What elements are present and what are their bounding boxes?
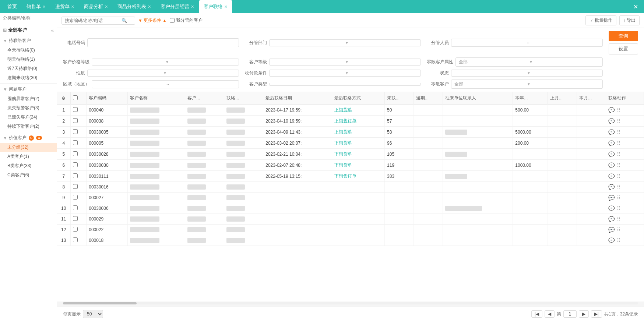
select-all-checkbox[interactable] <box>73 95 78 100</box>
sidebar-item-tomorrow-pending[interactable]: 明天待联络(1) <box>0 55 57 64</box>
my-customers-check[interactable] <box>170 18 175 23</box>
region-select[interactable]: ··· <box>92 80 239 88</box>
more-icon[interactable]: ⠿ <box>617 118 620 124</box>
more-icon[interactable]: ⠿ <box>617 162 620 168</box>
contact-type-link[interactable]: 下销货单 <box>334 140 352 145</box>
more-icon[interactable]: ⠿ <box>617 216 620 222</box>
row-last-contact-type[interactable]: 下销货单 <box>332 160 385 171</box>
manager-ellipsis-icon[interactable]: ··· <box>527 40 599 45</box>
sidebar-item-churned[interactable]: 已流失客户(24) <box>0 113 57 122</box>
message-icon[interactable]: 💬 <box>608 140 615 146</box>
more-icon[interactable]: ⠿ <box>617 107 620 113</box>
prev-page-button[interactable]: ◀ <box>545 310 555 318</box>
tab-home[interactable]: 首页 <box>3 0 21 13</box>
row-checkbox[interactable] <box>73 140 78 145</box>
more-icon[interactable]: ⠿ <box>617 227 620 233</box>
tab-sales[interactable]: 销售单 ✕ <box>22 0 50 13</box>
message-icon[interactable]: 💬 <box>608 195 615 201</box>
more-icon[interactable]: ⠿ <box>617 151 620 157</box>
row-checkbox[interactable] <box>73 184 78 189</box>
contact-type-link[interactable]: 下销货单 <box>334 151 352 156</box>
row-last-contact-type[interactable] <box>332 214 385 225</box>
more-icon[interactable]: ⠿ <box>617 173 620 179</box>
tab-product-analysis[interactable]: 商品分析 ✕ <box>80 0 112 13</box>
message-icon[interactable]: 💬 <box>608 118 615 124</box>
row-checkbox[interactable] <box>73 129 78 134</box>
region-ellipsis-icon[interactable]: ··· <box>165 82 236 87</box>
dept-select[interactable]: ▼ <box>269 39 421 46</box>
tab-product-analysis-list-close[interactable]: ✕ <box>148 4 151 9</box>
row-last-contact-type[interactable] <box>332 182 385 193</box>
more-icon[interactable]: ⠿ <box>617 184 620 190</box>
contact-type-link[interactable]: 下销售订单 <box>334 118 356 123</box>
row-last-contact-type[interactable]: 下销货单 <box>332 138 385 149</box>
message-icon[interactable]: 💬 <box>608 151 615 157</box>
row-last-contact-type[interactable]: 下销售订单 <box>332 171 385 182</box>
more-icon[interactable]: ⠿ <box>617 195 620 201</box>
message-icon[interactable]: 💬 <box>608 237 615 243</box>
row-checkbox[interactable] <box>73 118 78 123</box>
sidebar-item-class-a[interactable]: A类客户(1) <box>0 152 57 161</box>
sidebar-item-hoard-abnormal[interactable]: 囤购异常客户(2) <box>0 94 57 103</box>
row-last-contact-type[interactable]: 下销货单 <box>332 105 385 116</box>
sidebar-search-input[interactable] <box>3 15 57 21</box>
sidebar-problem-section[interactable]: ▼ 问题客户 <box>0 84 57 94</box>
export-button[interactable]: ↑ 导出 <box>619 15 640 25</box>
tab-product-analysis-list[interactable]: 商品分析列表 ✕ <box>113 0 155 13</box>
tab-purchase-close[interactable]: ✕ <box>71 4 74 9</box>
nature-select[interactable]: ▼ <box>87 70 239 77</box>
more-icon[interactable]: ⠿ <box>617 129 620 135</box>
row-checkbox[interactable] <box>73 227 78 232</box>
row-checkbox[interactable] <box>73 107 78 112</box>
horizontal-scrollbar[interactable] <box>63 302 638 304</box>
row-checkbox[interactable] <box>73 162 78 167</box>
contact-type-link[interactable]: 下销货单 <box>334 129 352 134</box>
manager-select[interactable]: ··· <box>451 39 603 47</box>
retail-attr-select[interactable]: 全部 ▼ <box>455 57 603 67</box>
row-last-contact-type[interactable] <box>332 203 385 214</box>
row-last-contact-type[interactable] <box>332 225 385 235</box>
sidebar-item-class-c[interactable]: C类客户(6) <box>0 170 57 180</box>
tab-product-analysis-close[interactable]: ✕ <box>105 4 108 9</box>
page-number-input[interactable] <box>563 310 577 318</box>
sidebar-item-class-b[interactable]: B类客户(33) <box>0 161 57 170</box>
reset-button[interactable]: 设置 <box>609 43 638 54</box>
per-page-select[interactable]: 50 20 100 <box>83 310 103 318</box>
customer-type-select[interactable] <box>269 83 421 86</box>
last-page-button[interactable]: ▶| <box>591 310 602 318</box>
row-checkbox[interactable] <box>73 237 78 242</box>
message-icon[interactable]: 💬 <box>608 107 615 113</box>
payment-select[interactable]: ▼ <box>269 70 421 77</box>
next-page-button[interactable]: ▶ <box>579 310 589 318</box>
table-settings-icon[interactable]: ⚙ <box>57 92 70 105</box>
sidebar-item-declining[interactable]: 持续下滑客户(2) <box>0 122 57 131</box>
contact-type-link[interactable]: 下销货单 <box>334 162 352 167</box>
message-icon[interactable]: 💬 <box>608 227 615 233</box>
sidebar-collapse-btn[interactable]: « <box>51 28 54 33</box>
query-button[interactable]: 查询 <box>609 31 638 41</box>
sidebar-value-section[interactable]: ▼ 价值客户 ↻ ● <box>0 133 57 143</box>
batch-operation-button[interactable]: ☑ 批量操作 <box>585 15 616 25</box>
tab-purchase[interactable]: 进货单 ✕ <box>51 0 79 13</box>
tab-customer-contact[interactable]: 客户联络 ✕ <box>199 0 232 13</box>
more-conditions-btn[interactable]: ▼ 更多条件 ▲ <box>138 17 167 24</box>
more-icon[interactable]: ⠿ <box>617 205 620 211</box>
row-last-contact-type[interactable]: 下销货单 <box>332 127 385 138</box>
row-checkbox[interactable] <box>73 195 78 200</box>
sidebar-item-7days-pending[interactable]: 近7天待联络(0) <box>0 64 57 73</box>
sidebar-item-ungrouped[interactable]: 未分组(32) <box>0 143 57 152</box>
sidebar-item-today-pending[interactable]: 今天待联络(0) <box>0 46 57 55</box>
retail-customer-select[interactable]: 全部 ▼ <box>451 80 603 89</box>
message-icon[interactable]: 💬 <box>608 129 615 135</box>
tab-customer-segment[interactable]: 客户分层经营 ✕ <box>156 0 198 13</box>
price-level-select[interactable]: ▼ <box>92 59 239 66</box>
first-page-button[interactable]: |◀ <box>531 310 542 318</box>
message-icon[interactable]: 💬 <box>608 173 615 179</box>
tab-customer-segment-close[interactable]: ✕ <box>191 4 194 9</box>
phone-input[interactable] <box>87 38 239 47</box>
row-checkbox[interactable] <box>73 173 78 178</box>
sidebar-pending-section[interactable]: ▼ 待联络客户 <box>0 36 57 46</box>
tab-sales-close[interactable]: ✕ <box>42 4 46 9</box>
customer-level-select[interactable]: ▼ <box>269 59 421 66</box>
message-icon[interactable]: 💬 <box>608 184 615 190</box>
